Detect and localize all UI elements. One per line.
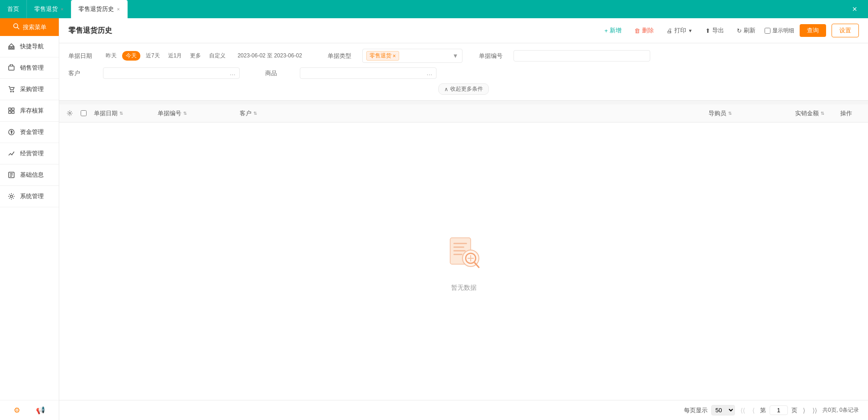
tab-home[interactable]: 首页 xyxy=(0,0,27,18)
tab-retail-return-history[interactable]: 零售退货历史 × xyxy=(71,0,127,18)
page-header: 零售退货历史 + 新增 🗑 删除 🖨 打印 ▼ ⬆ 导出 xyxy=(59,18,868,43)
window-close-button[interactable]: × xyxy=(848,5,861,14)
sidebar-item-operations-label: 经营管理 xyxy=(20,149,44,158)
bill-no-input[interactable] xyxy=(514,50,650,61)
add-icon: + xyxy=(605,27,608,34)
sidebar-item-quick-nav-label: 快捷导航 xyxy=(20,42,44,51)
customer-dots-button[interactable]: … xyxy=(230,70,236,77)
svg-rect-3 xyxy=(12,46,13,48)
sales-icon xyxy=(7,64,15,72)
svg-rect-8 xyxy=(12,108,14,110)
sidebar-item-finance-label: 资金管理 xyxy=(20,128,44,136)
system-icon xyxy=(7,192,15,200)
svg-rect-16 xyxy=(453,243,467,244)
sidebar-item-purchase-mgmt[interactable]: 采购管理 xyxy=(0,79,59,100)
print-button[interactable]: 🖨 打印 ▼ xyxy=(663,25,696,36)
refresh-button[interactable]: ↻ 刷新 xyxy=(733,25,759,36)
th-customer[interactable]: 客户 ⇅ xyxy=(236,109,705,118)
svg-rect-9 xyxy=(9,111,11,113)
sidebar-item-quick-nav[interactable]: 快捷导航 xyxy=(0,36,59,57)
settings-gear-icon[interactable]: ⚙ xyxy=(14,406,20,415)
th-action-label: 操作 xyxy=(840,109,852,118)
bill-type-tag-text: 零售退货 xyxy=(370,52,391,60)
customer-input[interactable] xyxy=(107,70,228,77)
goods-dots-button[interactable]: … xyxy=(426,70,432,77)
sidebar-bottom: ⚙ 📢 xyxy=(0,400,59,420)
sidebar-item-inventory[interactable]: 库存核算 xyxy=(0,100,59,122)
svg-rect-17 xyxy=(453,246,464,248)
sidebar-item-basic-info-label: 基础信息 xyxy=(20,171,44,179)
filter-row-1: 单据日期 昨天 今天 近7天 近1月 更多 自定义 2023-06-02 至 2… xyxy=(68,49,859,63)
date-shortcut-more[interactable]: 更多 xyxy=(187,51,204,61)
svg-rect-18 xyxy=(453,250,466,251)
th-date[interactable]: 单据日期 ⇅ xyxy=(90,109,154,118)
date-shortcut-today[interactable]: 今天 xyxy=(122,51,140,61)
per-page-select[interactable]: 50 10 20 100 xyxy=(711,405,735,415)
operations-icon xyxy=(7,149,15,158)
tab-retail-return[interactable]: 零售退货 × xyxy=(27,0,71,18)
customer-filter-label: 客户 xyxy=(68,69,96,77)
sidebar-item-system[interactable]: 系统管理 xyxy=(0,186,59,207)
tab-retail-return-history-close[interactable]: × xyxy=(117,6,119,12)
show-detail-checkbox-label[interactable]: 显示明细 xyxy=(765,27,794,35)
date-shortcut-7days[interactable]: 近7天 xyxy=(143,51,163,61)
page-unit: 页 xyxy=(791,406,797,415)
print-icon: 🖨 xyxy=(667,27,673,34)
sidebar-item-sales-mgmt[interactable]: 销售管理 xyxy=(0,57,59,79)
th-amount-sort-icon: ⇅ xyxy=(821,111,824,116)
tab-retail-return-history-label: 零售退货历史 xyxy=(78,5,114,13)
first-page-button[interactable]: ⟨⟨ xyxy=(739,406,747,415)
th-guide-sort-icon: ⇅ xyxy=(728,111,732,116)
finance-icon xyxy=(7,128,15,136)
th-guide[interactable]: 导购员 ⇅ xyxy=(705,109,773,118)
date-shortcuts: 昨天 今天 近7天 近1月 更多 自定义 xyxy=(103,51,228,61)
sidebar-item-finance[interactable]: 资金管理 xyxy=(0,122,59,143)
delete-button[interactable]: 🗑 删除 xyxy=(631,25,657,36)
collapse-button[interactable]: ∧ 收起更多条件 xyxy=(438,83,489,95)
th-customer-label: 客户 xyxy=(240,109,252,118)
sidebar-item-inventory-label: 库存核算 xyxy=(20,107,44,115)
th-customer-sort-icon: ⇅ xyxy=(253,111,257,116)
goods-input[interactable] xyxy=(304,70,425,77)
refresh-icon: ↻ xyxy=(737,27,742,34)
th-checkbox[interactable] xyxy=(77,110,90,116)
goods-filter-label: 商品 xyxy=(265,69,293,77)
add-button[interactable]: + 新增 xyxy=(601,25,626,36)
sidebar-item-operations[interactable]: 经营管理 xyxy=(0,143,59,164)
th-action: 操作 xyxy=(828,109,864,118)
bill-type-select[interactable]: 零售退货 × ▼ xyxy=(362,49,462,63)
main-layout: 搜索菜单 快捷导航 销售管理 xyxy=(0,18,868,420)
tab-list: 首页 零售退货 × 零售退货历史 × xyxy=(0,0,848,18)
select-all-checkbox[interactable] xyxy=(81,110,87,116)
th-settings[interactable] xyxy=(63,110,77,117)
th-amount[interactable]: 实销金额 ⇅ xyxy=(773,109,828,118)
prev-page-button[interactable]: ⟨ xyxy=(750,406,756,415)
tab-retail-return-label: 零售退货 xyxy=(34,5,58,13)
sidebar-search[interactable]: 搜索菜单 xyxy=(0,18,59,36)
basic-info-icon xyxy=(7,171,15,179)
settings-button[interactable]: 设置 xyxy=(832,24,859,37)
sidebar-search-label: 搜索菜单 xyxy=(23,23,46,31)
print-label: 打印 xyxy=(674,26,686,35)
th-bill-no[interactable]: 单据编号 ⇅ xyxy=(154,109,236,118)
show-detail-checkbox[interactable] xyxy=(765,28,770,34)
bill-type-tag-remove[interactable]: × xyxy=(393,53,396,59)
delete-label: 删除 xyxy=(642,26,654,35)
last-page-button[interactable]: ⟩⟩ xyxy=(811,406,819,415)
bill-type-arrow-icon: ▼ xyxy=(452,52,458,59)
date-shortcut-1month[interactable]: 近1月 xyxy=(165,51,185,61)
tab-retail-return-close[interactable]: × xyxy=(61,6,63,12)
purchase-icon xyxy=(7,85,15,93)
next-page-button[interactable]: ⟩ xyxy=(801,406,807,415)
speaker-icon[interactable]: 📢 xyxy=(36,406,45,415)
sidebar-item-system-label: 系统管理 xyxy=(20,192,44,200)
export-button[interactable]: ⬆ 导出 xyxy=(702,25,728,36)
date-shortcut-yesterday[interactable]: 昨天 xyxy=(103,51,119,61)
total-info: 共0页, 0条记录 xyxy=(822,406,859,414)
refresh-label: 刷新 xyxy=(744,26,755,35)
sidebar-item-basic-info[interactable]: 基础信息 xyxy=(0,164,59,186)
th-guide-label: 导购员 xyxy=(709,109,726,118)
page-number-input[interactable] xyxy=(770,405,788,415)
query-button[interactable]: 查询 xyxy=(800,24,826,37)
date-shortcut-custom[interactable]: 自定义 xyxy=(206,51,228,61)
